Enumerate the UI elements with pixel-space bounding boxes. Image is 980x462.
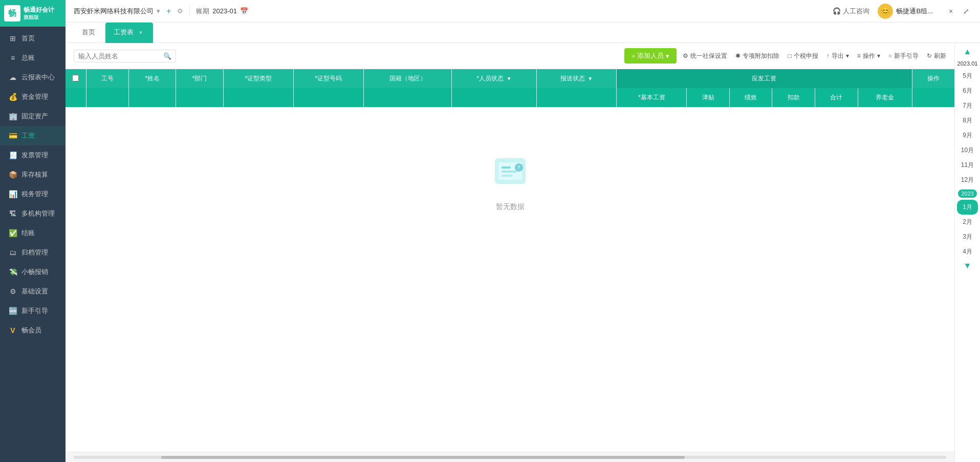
refresh-button[interactable]: ↻ 刷新 [927,52,946,60]
close-button[interactable]: × [945,6,956,17]
sidebar-item-guide[interactable]: 🆕 新手引导 [0,301,66,321]
month-10[interactable]: 10月 [955,143,980,158]
th2-performance: 绩效 [729,88,772,107]
chevron-down-icon[interactable]: ▾ [157,7,160,15]
guide-button[interactable]: ○ 新手引导 [888,52,919,60]
month-6[interactable]: 6月 [955,83,980,98]
sidebar: 畅 畅通好会计 旗舰版 ⊞ 首页 ≡ 总账 ☁ 云报表中心 💰 资金管理 🏢 固… [0,0,66,462]
sidebar-item-label: 资金管理 [21,92,48,101]
tab-salary[interactable]: 工资表 × [105,23,153,43]
month-2023-1[interactable]: 1月 [957,200,978,215]
special-deduct-button[interactable]: ✱ 专项附加扣除 [735,52,779,60]
operations-icon: ≡ [857,52,861,59]
social-security-label: 统一社保设置 [690,52,727,60]
search-input[interactable] [78,52,160,60]
scrollbar-track[interactable] [74,456,946,459]
social-security-button[interactable]: ⚙ 统一社保设置 [683,52,727,60]
guide-label: 新手引导 [894,52,919,60]
th-report-status[interactable]: 报送状态 ▼ [536,69,617,88]
month-2023-2[interactable]: 2月 [955,215,980,229]
refresh-label: 刷新 [934,52,946,60]
sidebar-item-ledger[interactable]: ≡ 总账 [0,48,66,68]
month-2023-3[interactable]: 3月 [955,229,980,244]
app-header: 西安虾米网络科技有限公司 ▾ + ⚙ 账期 2023-01 📅 🎧 人工咨询 😊… [66,0,980,23]
personal-tax-icon: □ [788,52,791,59]
month-2023-4[interactable]: 4月 [955,244,980,259]
refresh-icon: ↻ [927,52,932,59]
th2-report [536,88,617,107]
user-info[interactable]: 😊 畅捷通B组... [878,4,933,19]
add-person-button[interactable]: + 添加人员 ▾ [624,48,677,64]
company-selector[interactable]: 西安虾米网络科技有限公司 ▾ [74,7,160,16]
tab-salary-label: 工资表 [114,28,134,37]
sidebar-item-fund[interactable]: 💰 资金管理 [0,87,66,107]
export-icon: ↑ [826,52,830,59]
sidebar-item-settings[interactable]: ⚙ 基础设置 [0,282,66,301]
report-filter-icon[interactable]: ▼ [587,76,593,81]
period-value: 2023-01 [212,7,237,15]
status-filter-icon[interactable]: ▼ [507,76,512,81]
operations-button[interactable]: ≡ 操作 ▾ [857,52,880,60]
sidebar-item-inventory[interactable]: 📦 库存核算 [0,165,66,184]
tab-close-icon[interactable]: × [137,28,145,36]
maximize-button[interactable]: ⤢ [961,6,972,17]
table-wrap: 工号 *姓名 *部门 *证型类型 *证型号码 国籍（地区） *人员状态 ▼ [66,69,954,452]
sidebar-item-checkout[interactable]: ✅ 结账 [0,223,66,243]
sidebar-item-home[interactable]: ⊞ 首页 [0,29,66,48]
month-8[interactable]: 8月 [955,113,980,128]
sidebar-item-invoice[interactable]: 🧾 发票管理 [0,145,66,165]
tab-home[interactable]: 首页 [74,23,103,43]
sidebar-item-multi-org[interactable]: 🏗 多机构管理 [0,204,66,223]
company-name: 西安虾米网络科技有限公司 [74,7,154,16]
month-5[interactable]: 5月 [955,69,980,83]
horizontal-scrollbar[interactable] [66,452,954,462]
ai-consult-label: 人工咨询 [843,7,869,16]
ai-consult-button[interactable]: 🎧 人工咨询 [833,7,869,16]
sidebar-item-member[interactable]: V 畅会员 [0,321,66,340]
th-checkbox[interactable] [66,69,86,88]
th2-allowance: 津贴 [687,88,730,107]
operations-dropdown-icon: ▾ [877,52,880,59]
th-status[interactable]: *人员状态 ▼ [452,69,536,88]
checkout-icon: ✅ [8,229,17,237]
content-area: 🔍 + 添加人员 ▾ ⚙ 统一社保设置 ✱ 专项附加扣除 [66,43,980,462]
empty-text: 暂无数据 [496,202,525,212]
add-company-icon[interactable]: + [166,7,171,16]
panel-scroll-up[interactable]: ▲ [962,45,974,58]
operations-label: 操作 [863,52,875,60]
th-department: *部门 [176,69,223,88]
sidebar-item-fixed-assets[interactable]: 🏢 固定资产 [0,107,66,126]
settings-icon[interactable]: ⚙ [177,7,183,15]
header-period: 账期 2023-01 📅 [196,7,248,16]
sidebar-item-expense[interactable]: 💸 小畅报销 [0,262,66,282]
year-2023-badge: 2023 [958,190,976,198]
ledger-icon: ≡ [8,54,17,62]
personal-tax-button[interactable]: □ 个税申报 [788,52,818,60]
sidebar-item-salary[interactable]: 💳 工资 [0,126,66,145]
social-security-icon: ⚙ [683,52,688,59]
select-all-checkbox[interactable] [72,75,79,81]
header-actions: 🎧 人工咨询 😊 畅捷通B组... × ⤢ [833,4,972,19]
sidebar-item-archive[interactable]: 🗂 归档管理 [0,243,66,262]
month-9[interactable]: 9月 [955,128,980,143]
export-button[interactable]: ↑ 导出 ▾ [826,52,849,60]
panel-scroll-down[interactable]: ▼ [962,259,974,272]
svg-rect-2 [502,166,511,169]
search-box[interactable]: 🔍 [74,50,176,62]
calendar-icon[interactable]: 📅 [240,7,248,15]
search-icon: 🔍 [163,52,171,60]
th2-idnum [293,88,363,107]
sidebar-item-cloud-report[interactable]: ☁ 云报表中心 [0,68,66,87]
scrollbar-thumb[interactable] [161,456,685,459]
th-nationality: 国籍（地区） [363,69,452,88]
month-12[interactable]: 12月 [955,173,980,187]
sidebar-item-tax[interactable]: 📊 税务管理 [0,184,66,204]
month-7[interactable]: 7月 [955,98,980,113]
month-11[interactable]: 11月 [955,158,980,173]
archive-icon: 🗂 [8,248,17,257]
sidebar-item-label: 结账 [21,228,35,238]
sidebar-item-label: 首页 [21,34,35,43]
sidebar-item-label: 发票管理 [21,151,48,160]
th-number: 工号 [86,69,129,88]
app-logo: 畅 畅通好会计 旗舰版 [0,0,66,27]
